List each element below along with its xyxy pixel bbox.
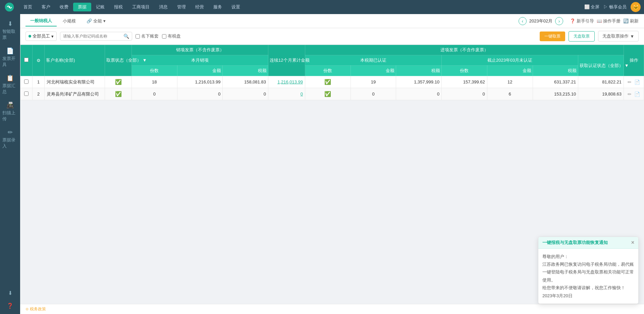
select-all-checkbox[interactable] [24,58,29,62]
nav-home[interactable]: 首页 [19,3,37,11]
tab-small[interactable]: 小规模 [58,16,80,26]
popup-title: 一键报税与无盘取票功能恢复通知 [542,240,608,246]
sidebar-item-summary[interactable]: 📋 票据汇总 [1,72,19,98]
search-input[interactable] [63,34,123,39]
th-u-tax: 税额 [533,66,578,76]
nav-settings[interactable]: 设置 [227,3,245,11]
bottom-bar[interactable]: ⊙ 税务政策 [20,304,644,314]
sidebar: ⬇ 智能取票 📄 发票开具 📋 票据汇总 📠 扫描上传 ✏ 票据录入 ⬇ ❓ [0,14,20,314]
row2-actions: ✏ 📄 [624,88,644,100]
detail-icon[interactable]: 📄 [634,79,640,85]
search-box: 🔍 [60,32,132,41]
nav-items: 首页 客户 收费 票据 记账 报税 工商项目 消息 管理 经营 服务 设置 [19,3,584,11]
check-icon4: ✅ [324,91,331,97]
nav-right: ⬜ 全屏 ▷ 畅享会员 🐱 [584,2,641,12]
sidebar-item-label-scan: 扫描上传 [2,110,18,122]
prev-month-btn[interactable]: ‹ [519,17,527,25]
th-purchase-invoice: 进项发票（不含作废票） [305,45,624,55]
toolbar: 全部员工 ▾ 🔍 名下账套 有税盘 一键取票 无盘取票 无盘取票操作 ▼ [20,28,644,45]
row2-unrec-amount: 153,215.10 [533,88,578,100]
th-r-qty: 份数 [305,66,351,76]
sidebar-help-icon[interactable]: ❓ [5,301,15,311]
th-gear: ⚙ [33,45,45,76]
check-icon3: ✅ [115,91,122,97]
dropdown-arrow-icon: ▼ [630,34,634,39]
detail-icon2[interactable]: 📄 [634,91,640,97]
row1-rec-amount: 1,357,999.10 [396,76,442,88]
nav-ticket[interactable]: 票据 [73,3,91,11]
edit-icon[interactable]: ✏ [628,79,632,85]
account-checkbox[interactable] [136,34,140,39]
row2-checkbox[interactable] [20,88,33,100]
manual-btn[interactable]: 📖 操作手册 [597,18,621,24]
tab-general[interactable]: 一般纳税人 [25,16,57,26]
check-icon: ✅ [115,79,122,85]
new-guide-btn[interactable]: ❓ 新手引导 [570,18,594,24]
row2-monthly-amount: 0 [177,88,223,100]
nav-tax[interactable]: 报税 [109,3,127,11]
fullscreen-btn[interactable]: ⬜ 全屏 [584,4,600,10]
th-customer-name: 客户名称(全部) [45,45,105,76]
row1-num: 1 [33,76,45,88]
row1-unrec-tax: 81,822.21 [578,76,624,88]
nav-accounting[interactable]: 记账 [91,3,109,11]
row2-rec-status: ✅ [305,88,351,100]
tab-all[interactable]: 🔗 全能 ▾ [82,16,110,26]
row1-take-status: ✅ [105,76,132,88]
th-take-status: 取票状态（全部） ▼ [105,45,132,76]
checkbox-account[interactable]: 名下账套 [136,33,159,39]
checkbox-tax-disk[interactable]: 有税盘 [162,33,181,39]
th-unrecognized: 截止2023年03月未认证 [442,55,578,66]
popup-close-btn[interactable]: × [631,240,634,245]
nav-customer[interactable]: 客户 [37,3,55,11]
nav-manage[interactable]: 管理 [172,3,191,11]
row2-rec-amount: 0 [396,88,442,100]
sidebar-download-icon[interactable]: ⬇ [5,288,15,298]
row2-rec-tax: 0 [442,88,487,100]
search-icon[interactable]: 🔍 [123,34,129,39]
nav-fee[interactable]: 收费 [55,3,73,11]
nav-message[interactable]: 消息 [154,3,172,11]
sidebar-item-invoice[interactable]: 📄 发票开具 [1,45,19,70]
employee-filter[interactable]: 全部员工 ▾ [25,32,57,41]
row1-cumulative[interactable]: 1,216,013.99 [268,76,305,88]
row1-monthly-tax: 158,081.83 [223,76,268,88]
row2-monthly-tax: 0 [223,88,268,100]
row1-unrec-amount: 631,337.21 [533,76,578,88]
avatar[interactable]: 🐱 [631,2,641,12]
member-btn[interactable]: ▷ 畅享会员 [603,4,627,10]
edit-icon2[interactable]: ✏ [628,91,632,97]
nav-business[interactable]: 工商项目 [127,3,154,11]
sidebar-item-entry[interactable]: ✏ 票据录入 [1,126,19,152]
row1-rec-tax: 157,399.62 [442,76,487,88]
filter-label: 全部员工 [33,33,50,39]
sidebar-item-label-smart: 智能取票 [2,28,18,41]
filter-dot [29,35,31,38]
taxdisk-checkbox[interactable] [162,34,166,39]
entry-icon: ✏ [8,129,13,136]
th-sales-invoice: 销项发票（不含作废票） [132,45,268,55]
tab-bar: 一般纳税人 小规模 🔗 全能 ▾ ‹ 2023年02月 › ❓ 新手引导 📖 操… [20,14,644,28]
th-r-tax: 税额 [396,66,442,76]
quick-ticket-btn[interactable]: 一键取票 [540,32,565,41]
row1-checkbox[interactable] [20,76,33,88]
row1-rec-qty: 19 [351,76,396,88]
refresh-btn[interactable]: 🔄 刷新 [623,18,639,24]
popup-body: 尊敬的用户： 江苏政务网已恢复访问电子税务局功能，易代账一键登陆电子税务局与无盘… [538,249,638,304]
th-s-qty: 份数 [132,66,177,76]
nav-operation[interactable]: 经营 [191,3,209,11]
chevron-down-icon: ▾ [103,18,106,23]
next-month-btn[interactable]: › [555,17,563,25]
th-r-amount: 金额 [351,66,396,76]
no-disk-ops-btn[interactable]: 无盘取票操作 ▼ [598,31,639,42]
sidebar-item-smart-ticket[interactable]: ⬇ 智能取票 [1,17,19,43]
th-s-tax: 税额 [223,66,268,76]
sidebar-item-label-entry: 票据录入 [2,137,18,149]
sidebar-item-scan[interactable]: 📠 扫描上传 [1,99,19,125]
row2-cumulative[interactable]: 0 [268,88,305,100]
no-disk-btn[interactable]: 无盘取票 [569,31,595,42]
nav-service[interactable]: 服务 [209,3,227,11]
th-operations: 操作 [624,45,644,76]
row2-num: 2 [33,88,45,100]
th-cumulative: 连续12个月累计金额 [268,45,305,76]
